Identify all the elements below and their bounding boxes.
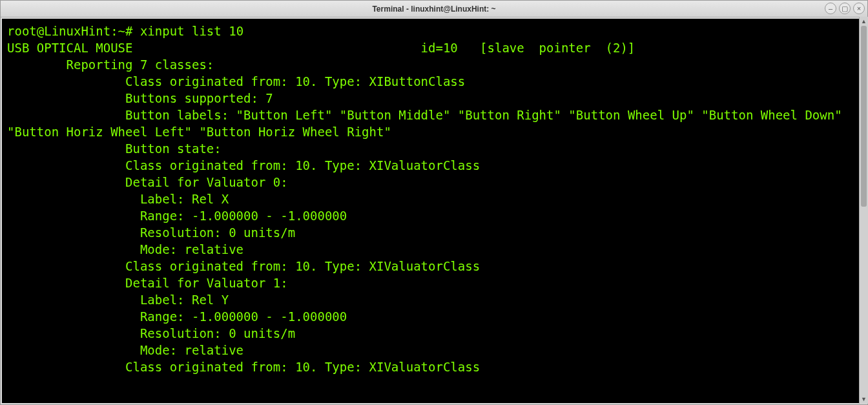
output-line: Mode: relative [7,342,861,358]
minimize-button[interactable]: – [825,3,836,14]
output-line: Class originated from: 10. Type: XIValua… [7,258,861,275]
output-line: Mode: relative [7,241,861,258]
prompt-line: root@LinuxHint:~# xinput list 10 [7,23,861,39]
scrollbar[interactable]: ▲ ▼ [859,17,868,404]
output-line: Range: -1.000000 - -1.000000 [7,207,861,224]
output-line: Label: Rel Y [7,291,861,308]
output-line: Buttons supported: 7 [7,90,861,107]
window-title: Terminal - linuxhint@LinuxHint: ~ [1,5,867,14]
output-line: Button labels: "Button Left" "Button Mid… [7,107,861,140]
command-text: xinput list 10 [140,24,243,38]
output-line: Detail for Valuator 0: [7,174,861,191]
terminal-window: Terminal - linuxhint@LinuxHint: ~ – ▢ × … [0,0,868,405]
scroll-up-icon[interactable]: ▲ [860,17,868,26]
output-line: Class originated from: 10. Type: XIButto… [7,73,861,90]
output-line: Button state: [7,140,861,157]
scroll-down-icon[interactable]: ▼ [860,395,868,404]
output-line: Resolution: 0 units/m [7,224,861,241]
window-controls: – ▢ × [825,3,865,14]
output-line: Range: -1.000000 - -1.000000 [7,308,861,325]
close-button[interactable]: × [853,3,865,14]
output-line: Class originated from: 10. Type: XIValua… [7,157,861,174]
output-line: Resolution: 0 units/m [7,325,861,342]
prompt: root@LinuxHint:~# [7,24,132,38]
scrollbar-thumb[interactable] [861,26,867,207]
titlebar[interactable]: Terminal - linuxhint@LinuxHint: ~ – ▢ × [1,1,867,17]
output-line: Detail for Valuator 1: [7,275,861,291]
maximize-button[interactable]: ▢ [839,3,851,14]
device-line: USB OPTICAL MOUSE id=10 [slave pointer (… [7,39,861,56]
terminal-output[interactable]: root@LinuxHint:~# xinput list 10USB OPTI… [2,19,866,403]
output-line: Label: Rel X [7,191,861,207]
reporting-line: Reporting 7 classes: [7,56,861,73]
output-line: Class originated from: 10. Type: XIValua… [7,358,861,375]
output-lines: Class originated from: 10. Type: XIButto… [7,73,861,375]
